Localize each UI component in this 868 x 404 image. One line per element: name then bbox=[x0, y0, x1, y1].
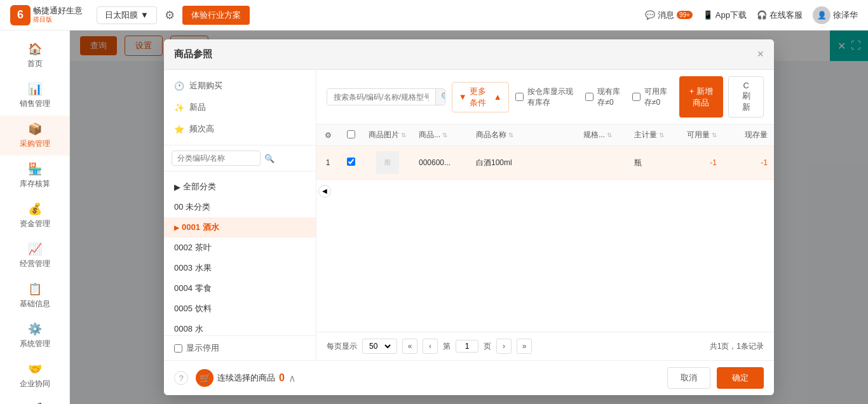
add-product-btn[interactable]: + 新增商品 bbox=[679, 76, 724, 118]
refresh-btn[interactable]: C 刷新 bbox=[728, 76, 764, 118]
th-spec: 规格... ⇅ bbox=[577, 125, 628, 146]
modal-toolbar: 🔍 ▼ 更多条件 ▲ 按仓库显示现有库存 bbox=[316, 70, 774, 125]
next-page-btn[interactable]: › bbox=[496, 339, 512, 354]
left-search: 🔍 bbox=[164, 145, 316, 172]
modal-header: 商品参照 × bbox=[164, 39, 774, 70]
nav-app-download[interactable]: 📱 App下载 bbox=[703, 10, 747, 21]
logo-sub: 搭目版 bbox=[33, 15, 83, 24]
th-code: 商品... ⇅ bbox=[412, 125, 470, 146]
first-page-btn[interactable]: « bbox=[402, 339, 417, 354]
sidebar-label-purchase: 采购管理 bbox=[20, 138, 50, 149]
cat-snack[interactable]: 0004 零食 bbox=[164, 278, 316, 299]
select-all-checkbox[interactable] bbox=[347, 130, 355, 138]
avail-ne-checkbox-group: 可用库存≠0 bbox=[632, 86, 673, 108]
th-checkbox[interactable] bbox=[339, 125, 362, 146]
settings-icon[interactable]: ⚙ bbox=[165, 8, 175, 22]
left-nav-new[interactable]: ✨ 新品 bbox=[164, 97, 316, 118]
avail-ne-label[interactable]: 可用库存≠0 bbox=[644, 86, 673, 108]
nav-message[interactable]: 💬 消息 99+ bbox=[645, 10, 693, 21]
pagination: 每页显示 102050100 « ‹ 第 页 › bbox=[316, 332, 774, 360]
cat-tea[interactable]: 0002 茶叶 bbox=[164, 238, 316, 258]
frequent-icon: ⭐ bbox=[174, 125, 184, 134]
sidebar-label-enterprise: 企业协同 bbox=[20, 379, 50, 389]
cancel-btn[interactable]: 取消 bbox=[667, 367, 710, 389]
th-img: 商品图片 ⇅ bbox=[362, 125, 412, 146]
purchase-icon: 📦 bbox=[28, 122, 42, 136]
row-spec bbox=[577, 146, 628, 180]
page-size-dropdown[interactable]: 102050100 bbox=[367, 341, 393, 351]
modal-footer: ? 🛒 连续选择的商品 0 ∧ 取消 确定 bbox=[164, 360, 774, 395]
last-page-btn[interactable]: » bbox=[517, 339, 532, 354]
logo-text: 畅捷通好生意 bbox=[33, 6, 83, 16]
show-disabled-checkbox[interactable] bbox=[174, 344, 182, 353]
row-img-cell: 图 bbox=[362, 146, 412, 180]
sidebar-item-inventory[interactable]: 🏪 库存核算 bbox=[0, 156, 69, 196]
modal-close-btn[interactable]: × bbox=[757, 48, 764, 61]
avail-ne-checkbox[interactable] bbox=[632, 93, 641, 101]
filter-btn[interactable]: ▼ 更多条件 ▲ bbox=[452, 82, 509, 112]
category-search-input[interactable] bbox=[172, 151, 261, 166]
page-number-input[interactable] bbox=[456, 340, 478, 353]
sidebar-label-basic-info: 基础信息 bbox=[20, 299, 50, 309]
cat-all[interactable]: ▶ 全部分类 bbox=[164, 177, 316, 197]
sidebar-label-finance: 资金管理 bbox=[20, 219, 50, 229]
category-search-icon[interactable]: 🔍 bbox=[264, 154, 275, 163]
show-disabled-label[interactable]: 显示停用 bbox=[186, 342, 219, 354]
sidebar-item-basic-info[interactable]: 📋 基础信息 bbox=[0, 276, 69, 316]
warehouse-checkbox[interactable] bbox=[515, 93, 524, 101]
left-nav-recent[interactable]: 🕐 近期购买 bbox=[164, 75, 316, 97]
sidebar-item-sales[interactable]: 📊 销售管理 bbox=[0, 76, 69, 116]
th-unit: 主计量 ⇅ bbox=[628, 125, 672, 146]
cat-spirits[interactable]: ▶ 0001 酒水 bbox=[164, 217, 316, 238]
cat-fruit[interactable]: 0003 水果 bbox=[164, 258, 316, 278]
app-icon: 📱 bbox=[703, 10, 713, 20]
left-nav-frequent[interactable]: ⭐ 频次高 bbox=[164, 118, 316, 140]
sidebar-item-guide[interactable]: 🚀 新手引导 bbox=[0, 396, 69, 404]
help-btn[interactable]: ? bbox=[174, 371, 188, 385]
product-search-input[interactable] bbox=[327, 90, 435, 105]
table-row[interactable]: 1 图 000600... 白酒100ml bbox=[316, 146, 774, 180]
nav-user[interactable]: 👤 徐泽华 bbox=[813, 6, 858, 24]
store-selector[interactable]: 日太阳膜 ▼ bbox=[97, 6, 157, 24]
warehouse-checkbox-group: 按仓库显示现有库存 bbox=[515, 86, 580, 108]
product-img: 图 bbox=[376, 151, 399, 174]
cat-beverage[interactable]: 0005 饮料 bbox=[164, 299, 316, 319]
cart-collapse-icon[interactable]: ∧ bbox=[288, 372, 296, 384]
home-icon: 🏠 bbox=[28, 42, 42, 56]
sidebar-item-operations[interactable]: 📈 经营管理 bbox=[0, 236, 69, 276]
sidebar: 🏠 首页 📊 销售管理 📦 采购管理 🏪 库存核算 💰 资金管理 📈 经营管理 … bbox=[0, 30, 70, 404]
confirm-btn[interactable]: 确定 bbox=[717, 367, 764, 389]
sort-icon-code: ⇅ bbox=[442, 131, 447, 138]
row-checkbox[interactable] bbox=[347, 158, 355, 166]
prev-page-btn[interactable]: ‹ bbox=[423, 339, 438, 354]
nav-right: 💬 消息 99+ 📱 App下载 🎧 在线客服 👤 徐泽华 bbox=[645, 6, 858, 24]
system-icon: ⚙️ bbox=[28, 322, 42, 336]
warehouse-label[interactable]: 按仓库显示现有库存 bbox=[527, 86, 580, 108]
user-avatar: 👤 bbox=[813, 6, 831, 24]
product-search-icon[interactable]: 🔍 bbox=[435, 89, 445, 105]
sidebar-label-system: 系统管理 bbox=[20, 339, 50, 349]
sidebar-item-home[interactable]: 🏠 首页 bbox=[0, 36, 69, 76]
product-table: ⚙ 商品图片 ⇅ bbox=[316, 125, 774, 180]
sidebar-label-inventory: 库存核算 bbox=[20, 178, 50, 189]
page-size-select[interactable]: 102050100 bbox=[362, 339, 397, 354]
experience-btn[interactable]: 体验行业方案 bbox=[182, 6, 250, 25]
sidebar-item-system[interactable]: ⚙️ 系统管理 bbox=[0, 316, 69, 356]
cart-area[interactable]: 🛒 连续选择的商品 0 ∧ bbox=[196, 369, 296, 387]
nav-online-service[interactable]: 🎧 在线客服 bbox=[757, 10, 803, 21]
sidebar-item-purchase[interactable]: 📦 采购管理 bbox=[0, 116, 69, 156]
stock-ne-checkbox[interactable] bbox=[585, 93, 593, 101]
operations-icon: 📈 bbox=[28, 242, 42, 256]
cat-water[interactable]: 0008 水 bbox=[164, 319, 316, 335]
cat-uncategorized[interactable]: 00 未分类 bbox=[164, 197, 316, 217]
sidebar-item-enterprise[interactable]: 🤝 企业协同 bbox=[0, 356, 69, 396]
th-settings[interactable]: ⚙ bbox=[316, 125, 339, 146]
cart-icon: 🛒 bbox=[196, 369, 214, 387]
stock-ne-label[interactable]: 现有库存≠0 bbox=[597, 86, 626, 108]
sidebar-item-finance[interactable]: 💰 资金管理 bbox=[0, 196, 69, 236]
row-unit: 瓶 bbox=[628, 146, 672, 180]
collapse-left-btn[interactable]: ◀ bbox=[318, 185, 331, 198]
modal-left-panel: 🕐 近期购买 ✨ 新品 ⭐ 频次高 bbox=[164, 70, 316, 360]
main-content: 查询 设置 刷新 ✕ ⛶ 商品参照 × bbox=[70, 30, 868, 404]
row-checkbox-cell[interactable] bbox=[339, 146, 362, 180]
